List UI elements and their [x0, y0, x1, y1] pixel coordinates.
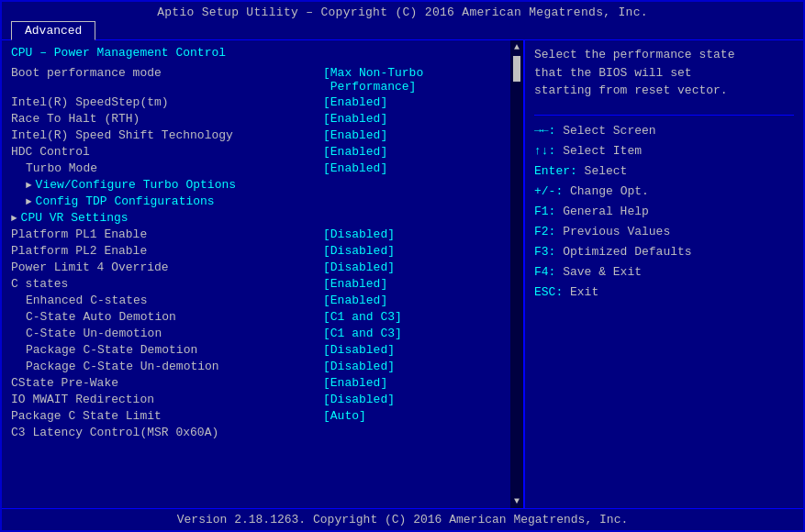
- tab-row: Advanced: [2, 21, 803, 40]
- right-panel: Select the performance statethat the BIO…: [525, 40, 803, 508]
- scroll-thumb: [513, 56, 520, 82]
- key-hint: +/-: Change Opt.: [534, 182, 794, 202]
- item-value: [Auto]: [323, 409, 501, 423]
- list-item[interactable]: HDC Control [Enabled]: [11, 144, 501, 161]
- title-bar: Aptio Setup Utility – Copyright (C) 2016…: [2, 2, 803, 21]
- item-label: C states: [11, 277, 323, 291]
- item-label: Enhanced C-states: [11, 294, 323, 307]
- key-hint: F2: Previous Values: [534, 222, 794, 242]
- key-hint: →←: Select Screen: [534, 121, 794, 141]
- item-label: Intel(R) Speed Shift Technology: [11, 128, 323, 142]
- list-item[interactable]: Package C-State Demotion [Disabled]: [11, 342, 501, 359]
- key-hint: F4: Save & Exit: [534, 262, 794, 283]
- key-hint: ↑↓: Select Item: [534, 141, 794, 161]
- list-item[interactable]: ► CPU VR Settings: [11, 210, 501, 227]
- item-value: [Enabled]: [323, 95, 501, 109]
- bios-window: Aptio Setup Utility – Copyright (C) 2016…: [0, 0, 805, 532]
- scrollbar[interactable]: ▲ ▼: [510, 40, 523, 508]
- list-item[interactable]: C3 Latency Control(MSR 0x60A): [11, 425, 501, 441]
- list-item[interactable]: Platform PL2 Enable [Disabled]: [11, 243, 501, 260]
- left-panel: CPU – Power Management Control Boot perf…: [2, 40, 510, 508]
- list-item[interactable]: ► View/Configure Turbo Options: [11, 177, 501, 194]
- item-label: Turbo Mode: [11, 161, 323, 175]
- list-item[interactable]: Power Limit 4 Override [Disabled]: [11, 260, 501, 276]
- list-item[interactable]: Turbo Mode [Enabled]: [11, 161, 501, 177]
- item-label: Package C-State Demotion: [11, 343, 323, 357]
- list-item[interactable]: C-State Auto Demotion [C1 and C3]: [11, 309, 501, 326]
- item-label: Platform PL2 Enable: [11, 244, 323, 258]
- scroll-down-icon[interactable]: ▼: [514, 496, 520, 506]
- list-item[interactable]: Platform PL1 Enable [Disabled]: [11, 227, 501, 243]
- help-text: Select the performance statethat the BIO…: [534, 46, 794, 100]
- list-item[interactable]: Intel(R) Speed Shift Technology [Enabled…: [11, 127, 501, 144]
- item-value: [Enabled]: [323, 112, 501, 126]
- title-text: Aptio Setup Utility – Copyright (C) 2016…: [157, 6, 648, 19]
- list-item[interactable]: Package C-State Un-demotion [Disabled]: [11, 359, 501, 375]
- list-item[interactable]: Race To Halt (RTH) [Enabled]: [11, 111, 501, 127]
- item-label: Intel(R) SpeedStep(tm): [11, 95, 323, 109]
- divider: [534, 115, 794, 116]
- item-label: CState Pre-Wake: [11, 376, 323, 390]
- item-label: C-State Un-demotion: [11, 327, 323, 340]
- key-hint: Enter: Select: [534, 161, 794, 182]
- item-label: Package C-State Un-demotion: [11, 360, 323, 373]
- item-value: [Disabled]: [323, 360, 501, 373]
- item-label: ► View/Configure Turbo Options: [11, 178, 323, 192]
- status-bar: Version 2.18.1263. Copyright (C) 2016 Am…: [2, 508, 803, 530]
- list-item[interactable]: CState Pre-Wake [Enabled]: [11, 375, 501, 392]
- tab-advanced[interactable]: Advanced: [11, 21, 95, 40]
- item-label: Platform PL1 Enable: [11, 227, 323, 241]
- item-label: C3 Latency Control(MSR 0x60A): [11, 426, 323, 439]
- item-label: Power Limit 4 Override: [11, 260, 323, 274]
- item-value: [Disabled]: [323, 244, 501, 258]
- item-value: [Disabled]: [323, 260, 501, 274]
- item-value: [Enabled]: [323, 376, 501, 390]
- item-value: [C1 and C3]: [323, 310, 501, 324]
- left-with-scroll: CPU – Power Management Control Boot perf…: [2, 40, 525, 508]
- key-hint: ESC: Exit: [534, 283, 794, 303]
- list-item[interactable]: ► Config TDP Configurations: [11, 194, 501, 210]
- item-label: HDC Control: [11, 145, 323, 159]
- item-value: [Enabled]: [323, 294, 501, 307]
- submenu-arrow-icon: ►: [11, 213, 17, 224]
- key-hint: F1: General Help: [534, 202, 794, 222]
- item-label: ► Config TDP Configurations: [11, 194, 323, 208]
- submenu-arrow-icon: ►: [26, 196, 32, 207]
- item-label: IO MWAIT Redirection: [11, 393, 323, 406]
- key-hint: F3: Optimized Defaults: [534, 242, 794, 262]
- item-value: [Enabled]: [323, 145, 501, 159]
- item-label: Race To Halt (RTH): [11, 112, 323, 126]
- content-area: CPU – Power Management Control Boot perf…: [2, 40, 803, 508]
- item-label: C-State Auto Demotion: [11, 310, 323, 324]
- scroll-up-icon[interactable]: ▲: [514, 42, 520, 52]
- item-label: ► CPU VR Settings: [11, 211, 323, 225]
- item-value: [Disabled]: [323, 343, 501, 357]
- item-value: [C1 and C3]: [323, 327, 501, 340]
- list-item[interactable]: Enhanced C-states [Enabled]: [11, 293, 501, 309]
- list-item[interactable]: C states [Enabled]: [11, 276, 501, 293]
- item-value: [Max Non-Turbo Performance]: [323, 66, 501, 94]
- item-label: Boot performance mode: [11, 66, 323, 80]
- list-item[interactable]: IO MWAIT Redirection [Disabled]: [11, 392, 501, 408]
- item-value: [Disabled]: [323, 393, 501, 406]
- list-item[interactable]: C-State Un-demotion [C1 and C3]: [11, 326, 501, 342]
- item-value: [Enabled]: [323, 161, 501, 175]
- list-item[interactable]: Intel(R) SpeedStep(tm) [Enabled]: [11, 94, 501, 111]
- status-text: Version 2.18.1263. Copyright (C) 2016 Am…: [177, 513, 628, 526]
- item-value: [Enabled]: [323, 128, 501, 142]
- list-item[interactable]: Package C State Limit [Auto]: [11, 408, 501, 425]
- item-value: [Enabled]: [323, 277, 501, 291]
- item-label: Package C State Limit: [11, 409, 323, 423]
- key-help: →←: Select Screen ↑↓: Select Item Enter:…: [534, 121, 794, 304]
- list-item[interactable]: Boot performance mode [Max Non-Turbo Per…: [11, 65, 501, 94]
- submenu-arrow-icon: ►: [26, 180, 32, 191]
- item-value: [Disabled]: [323, 227, 501, 241]
- section-title: CPU – Power Management Control: [11, 46, 501, 60]
